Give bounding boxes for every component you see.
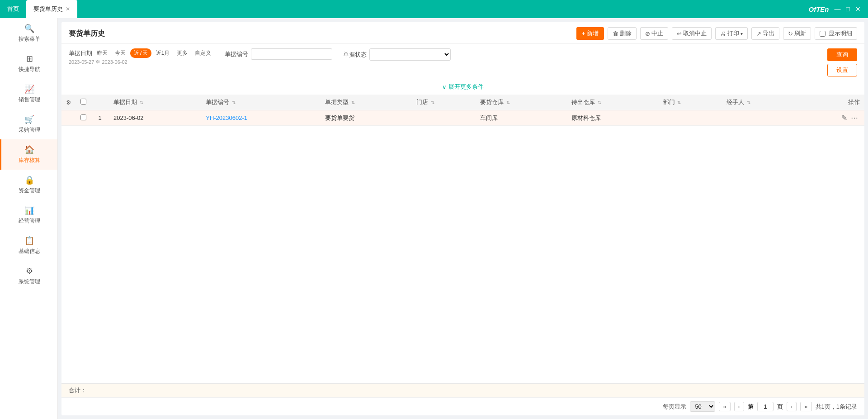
th-handler[interactable]: 经手人 ⇅ xyxy=(722,95,799,110)
display-detail-button[interactable]: 显示明细 xyxy=(815,27,857,40)
sidebar-item-purchase[interactable]: 🛒 采购管理 xyxy=(0,109,57,139)
td-store xyxy=(412,110,476,126)
export-button[interactable]: ↗ 导出 xyxy=(751,27,779,40)
inventory-icon: 🏠 xyxy=(24,145,34,155)
sidebar-item-operation[interactable]: 📊 经营管理 xyxy=(0,200,57,230)
cancel-stop-label: 取消中止 xyxy=(683,29,707,38)
sidebar-item-system[interactable]: ⚙ 系统管理 xyxy=(0,261,57,291)
sidebar-item-finance[interactable]: 🔒 资金管理 xyxy=(0,170,57,200)
select-all-checkbox[interactable] xyxy=(80,99,86,105)
purchase-icon: 🛒 xyxy=(24,114,34,124)
export-icon: ↗ xyxy=(756,30,761,37)
doc-no-link[interactable]: YH-20230602-1 xyxy=(206,114,247,121)
td-settings xyxy=(61,110,76,126)
query-button[interactable]: 查询 xyxy=(827,48,857,61)
page-suffix: 页 xyxy=(777,403,783,411)
tab-close-icon[interactable]: ✕ xyxy=(66,6,70,12)
delete-button[interactable]: 🗑 删除 xyxy=(608,27,637,40)
td-num: 1 xyxy=(91,110,109,126)
date-btn-more[interactable]: 更多 xyxy=(174,48,190,58)
sidebar-item-basic[interactable]: 📋 基础信息 xyxy=(0,230,57,261)
date-btn-1month[interactable]: 近1月 xyxy=(153,48,173,58)
th-store[interactable]: 门店 ⇅ xyxy=(412,95,476,110)
page-number-input[interactable] xyxy=(757,402,774,411)
td-req-warehouse: 车间库 xyxy=(476,110,567,126)
stop-button[interactable]: ⊘ 中止 xyxy=(640,27,668,40)
status-select[interactable] xyxy=(369,48,451,61)
print-button[interactable]: 🖨 打印 ▾ xyxy=(715,27,748,40)
maximize-icon[interactable]: □ xyxy=(846,5,850,13)
th-checkbox xyxy=(76,95,91,110)
row-checkbox[interactable] xyxy=(80,114,86,120)
th-pending-warehouse[interactable]: 待出仓库 ⇅ xyxy=(567,95,658,110)
window-close-icon[interactable]: ✕ xyxy=(855,5,861,13)
next-page-button[interactable]: › xyxy=(787,402,797,411)
td-doc-type: 要货单要货 xyxy=(321,110,412,126)
first-page-button[interactable]: « xyxy=(719,402,730,411)
th-req-warehouse[interactable]: 要货仓库 ⇅ xyxy=(476,95,567,110)
print-dropdown-icon: ▾ xyxy=(741,31,743,36)
table-container: ⚙ 单据日期 ⇅ 单据编号 xyxy=(61,95,864,383)
sidebar-label-finance: 资金管理 xyxy=(19,187,40,195)
td-department xyxy=(659,110,722,126)
th-settings[interactable]: ⚙ xyxy=(61,95,76,110)
document-no-input[interactable] xyxy=(251,48,332,60)
document-no-group: 单据编号 xyxy=(225,48,332,60)
date-btn-7days[interactable]: 近7天 xyxy=(130,48,151,58)
add-button[interactable]: + 新增 xyxy=(576,27,604,40)
th-operation: 操作 xyxy=(800,95,864,110)
th-doc-type[interactable]: 单据类型 ⇅ xyxy=(321,95,412,110)
sidebar-item-search-menu[interactable]: 搜索菜单 xyxy=(0,18,57,48)
sidebar: 搜索菜单 ⊞ 快捷导航 📈 销售管理 🛒 采购管理 🏠 库存核算 🔒 资金管理 … xyxy=(0,18,58,419)
print-icon: 🖨 xyxy=(720,30,726,37)
th-department[interactable]: 部门 ⇅ xyxy=(659,95,722,110)
settings-button[interactable]: 设置 xyxy=(827,64,857,76)
sidebar-label-purchase: 采购管理 xyxy=(19,126,40,134)
th-doc-date[interactable]: 单据日期 ⇅ xyxy=(109,95,201,110)
toolbar: + 新增 🗑 删除 ⊘ 中止 ↩ 取消中止 🖨 打 xyxy=(576,27,857,40)
delete-label: 删除 xyxy=(620,29,632,38)
th-num xyxy=(91,95,109,110)
prev-page-button[interactable]: ‹ xyxy=(734,402,744,411)
th-doc-no[interactable]: 单据编号 ⇅ xyxy=(201,95,321,110)
sort-handler-icon: ⇅ xyxy=(747,100,750,105)
sidebar-label-sales: 销售管理 xyxy=(19,96,40,104)
refresh-button[interactable]: ↻ 刷新 xyxy=(783,27,811,40)
gear-icon[interactable]: ⚙ xyxy=(66,99,71,106)
td-checkbox xyxy=(76,110,91,126)
basic-icon: 📋 xyxy=(24,236,34,246)
filter-expand-row: ∨ 展开更多条件 xyxy=(61,78,864,95)
sidebar-item-quick-nav[interactable]: ⊞ 快捷导航 xyxy=(0,48,57,79)
filter-row-main: 单据日期 昨天 今天 近7天 近1月 更多 自定义 2023-05-27 至 2… xyxy=(61,44,864,78)
display-detail-checkbox[interactable] xyxy=(820,31,826,37)
brand-label: OfTEn xyxy=(809,5,829,13)
sidebar-item-inventory[interactable]: 🏠 库存核算 xyxy=(0,139,57,170)
last-page-button[interactable]: » xyxy=(800,402,811,411)
tab-home[interactable]: 首页 xyxy=(0,0,26,18)
page-size-select[interactable]: 50 10 20 100 xyxy=(690,401,715,412)
more-op-icon[interactable]: ⋯ xyxy=(851,114,858,122)
sort-pending-warehouse-icon: ⇅ xyxy=(598,100,601,105)
print-label: 打印 xyxy=(727,29,739,38)
footer-total-label: 合计： xyxy=(69,387,86,394)
td-doc-date: 2023-06-02 xyxy=(109,110,201,126)
tab-requisition-history[interactable]: 要货单历史 ✕ xyxy=(26,0,77,18)
date-btn-today[interactable]: 今天 xyxy=(112,48,128,58)
td-operation: ✎ ⋯ xyxy=(800,110,864,126)
edit-op-icon[interactable]: ✎ xyxy=(841,114,847,122)
minimize-icon[interactable]: — xyxy=(835,5,841,13)
query-settings-col: 查询 设置 xyxy=(827,48,857,76)
expand-down-icon: ∨ xyxy=(442,84,447,90)
page-title: 要货单历史 xyxy=(69,29,105,38)
date-btn-yesterday[interactable]: 昨天 xyxy=(94,48,110,58)
cancel-stop-icon: ↩ xyxy=(677,30,682,37)
page-size-label: 每页显示 xyxy=(663,403,686,411)
expand-more-btn[interactable]: ∨ 展开更多条件 xyxy=(442,83,484,91)
sidebar-item-sales[interactable]: 📈 销售管理 xyxy=(0,79,57,109)
cancel-stop-button[interactable]: ↩ 取消中止 xyxy=(672,27,712,40)
date-btn-custom[interactable]: 自定义 xyxy=(192,48,214,58)
date-range-text: 2023-05-27 至 2023-06-02 xyxy=(69,59,214,66)
sort-doc-date-icon: ⇅ xyxy=(140,100,143,105)
sidebar-label-quick-nav: 快捷导航 xyxy=(19,66,40,73)
search-menu-icon xyxy=(24,24,34,33)
